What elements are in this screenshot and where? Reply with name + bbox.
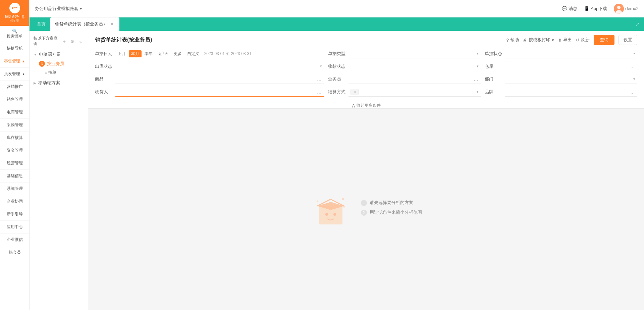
consignee-input[interactable]: …: [115, 87, 324, 97]
scheme-item-icon: 员: [39, 61, 45, 67]
date-shortcuts: 上月 本月 本年 近7天 更多 自定义: [115, 50, 202, 57]
warehouse-input[interactable]: …: [505, 62, 637, 71]
template-print-link[interactable]: 🖨 按模板打印 ▾: [523, 37, 554, 43]
filter-warehouse: 仓库 …: [485, 62, 637, 71]
date-shortcut-more[interactable]: 更多: [171, 50, 184, 57]
out-status-select[interactable]: ▾: [115, 62, 324, 71]
filter-row-1: 单据日期 上月 本月 本年 近7天 更多 自定义 20: [95, 49, 637, 58]
sidebar-item-shortcut[interactable]: 快捷导航: [0, 42, 29, 55]
out-status-label: 出库状态: [95, 63, 113, 69]
settlement-tag-close[interactable]: ×: [354, 90, 356, 94]
sidebar-item-finance[interactable]: 资金管理: [0, 144, 29, 157]
wholesale-arrow: ▲: [22, 72, 25, 76]
sidebar-item-purchase[interactable]: 采购管理: [0, 119, 29, 132]
sidebar-item-member[interactable]: 畅会员: [0, 246, 29, 259]
date-shortcut-custom[interactable]: 自定义: [185, 50, 202, 57]
svg-point-3: [617, 6, 621, 9]
date-shortcut-last-month[interactable]: 上月: [115, 50, 128, 57]
doc-type-label: 单据类型: [328, 51, 346, 57]
department-dropdown-icon: ▾: [633, 77, 635, 81]
content-area: 按以下方案查询 + ⚙ « ▼ 电脑端方案 员 按业务员: [30, 31, 644, 310]
search-menu[interactable]: 🔍 搜索菜单: [0, 26, 29, 42]
panel-settings-button[interactable]: ⚙: [69, 38, 76, 45]
filter-settlement: 结算方式 × ▾: [328, 87, 481, 97]
message-action[interactable]: 💬 消息: [562, 6, 577, 12]
panel-collapse-button[interactable]: «: [77, 38, 84, 45]
filter-doc-status: 单据状态 ▾: [485, 49, 637, 58]
query-button[interactable]: 查询: [594, 35, 614, 45]
app-download-action[interactable]: 📱 App下载: [584, 6, 607, 12]
header-right: 💬 消息 📱 App下载 demo2: [562, 4, 639, 14]
date-shortcut-this-year[interactable]: 本年: [142, 50, 155, 57]
filter-area: 单据日期 上月 本月 本年 近7天 更多 自定义 20: [95, 49, 637, 108]
tab-close-button[interactable]: ×: [109, 21, 115, 27]
date-shortcut-this-month[interactable]: 本月: [129, 50, 142, 57]
filter-row-2: 出库状态 ▾ 收款状态 ▾: [95, 62, 637, 71]
sidebar-item-newbie[interactable]: 新手引导: [0, 208, 29, 221]
panel-add-button[interactable]: +: [61, 38, 68, 45]
sidebar-item-retail[interactable]: 零售管理 ▲: [0, 55, 29, 68]
doc-type-select[interactable]: ▾: [348, 49, 481, 58]
empty-state: ✦ ✦ ★ 1 请先选择要分析的方案 2 用过滤条件来缩小分析范围: [88, 109, 644, 310]
sidebar: 畅捷通好生意 标签页 🔍 搜索菜单 快捷导航 零售管理 ▲ 批发管理 ▲ 营销推…: [0, 0, 30, 310]
user-profile[interactable]: demo2: [614, 4, 639, 14]
export-link[interactable]: ⬆ 导出: [558, 37, 572, 43]
sidebar-item-sales[interactable]: 销售管理: [0, 93, 29, 106]
collapse-button[interactable]: ⋀ 收起更多条件: [352, 103, 381, 108]
scheme-sub-item-by-order[interactable]: ≡ 按单: [30, 68, 88, 77]
sidebar-item-marketing[interactable]: 营销推广: [0, 81, 29, 93]
warehouse-more-icon: …: [630, 64, 635, 69]
sidebar-item-wechat[interactable]: 企业微信: [0, 234, 29, 246]
tab-home[interactable]: 首页: [32, 17, 50, 31]
date-shortcut-7days[interactable]: 近7天: [156, 50, 171, 57]
settings-button[interactable]: 设置: [619, 35, 637, 45]
filter-brand: 品牌 …: [485, 87, 637, 97]
product-input[interactable]: …: [115, 74, 324, 84]
svg-text:✦: ✦: [316, 199, 319, 204]
help-link[interactable]: ? 帮助: [506, 37, 519, 43]
settlement-select[interactable]: × ▾: [348, 87, 481, 97]
refresh-link[interactable]: ↺ 刷新: [576, 37, 590, 43]
sidebar-item-inventory[interactable]: 库存核算: [0, 132, 29, 144]
header-left: 办公用品行业模拟账套 ▾: [35, 6, 82, 12]
retail-arrow: ▲: [22, 59, 25, 63]
svg-point-1: [12, 7, 13, 9]
export-icon: ⬆: [558, 38, 562, 43]
tab-sales-stat[interactable]: 销货单统计表（按业务员） ×: [50, 17, 119, 31]
sub-item-icon: ≡: [45, 71, 47, 75]
empty-step-1: 1 请先选择要分析的方案: [361, 200, 422, 206]
sidebar-item-ecommerce[interactable]: 电商管理: [0, 106, 29, 119]
filter-consignee: 收货人 …: [95, 87, 324, 97]
download-icon: 📱: [584, 6, 589, 11]
collect-status-select[interactable]: ▾: [348, 62, 481, 71]
department-select[interactable]: ▾: [505, 74, 637, 84]
salesperson-input[interactable]: …: [348, 74, 481, 84]
svg-text:✦: ✦: [341, 196, 345, 202]
svg-point-6: [325, 213, 328, 216]
doc-status-select[interactable]: ▾: [505, 49, 637, 58]
sidebar-item-apps[interactable]: 应用中心: [0, 221, 29, 234]
warehouse-label: 仓库: [485, 63, 503, 69]
scheme-group-mobile-header[interactable]: ▶ 移动端方案: [30, 78, 88, 88]
breadcrumb[interactable]: 办公用品行业模拟账套 ▾: [35, 6, 82, 12]
filter-salesperson: 业务员 …: [328, 74, 481, 84]
sidebar-item-operations[interactable]: 经营管理: [0, 157, 29, 170]
department-label: 部门: [485, 76, 503, 82]
scheme-group-desktop-header[interactable]: ▼ 电脑端方案: [30, 50, 88, 59]
settlement-dropdown-icon: ▾: [477, 90, 479, 94]
sidebar-item-wholesale[interactable]: 批发管理 ▲: [0, 68, 29, 81]
tab-maximize-button[interactable]: ⤢: [633, 20, 641, 28]
doc-type-dropdown-icon: ▾: [477, 51, 479, 56]
sidebar-item-system[interactable]: 系统管理: [0, 183, 29, 195]
scheme-group-desktop: ▼ 电脑端方案 员 按业务员 ≡ 按单: [30, 50, 88, 77]
sidebar-item-enterprise[interactable]: 企业协同: [0, 195, 29, 208]
brand-input[interactable]: …: [505, 87, 637, 97]
page-header: 销货单统计表(按业务员) ? 帮助 🖨 按模板打印 ▾ ⬆: [88, 31, 644, 109]
scheme-item-by-salesperson[interactable]: 员 按业务员: [30, 59, 88, 68]
panel-header: 按以下方案查询 + ⚙ «: [30, 34, 88, 50]
filter-doc-type: 单据类型 ▾: [328, 49, 481, 58]
date-label: 单据日期: [95, 51, 113, 57]
sidebar-item-basic[interactable]: 基础信息: [0, 170, 29, 183]
logo-icon: [9, 3, 20, 13]
settlement-tag: ×: [351, 89, 359, 95]
